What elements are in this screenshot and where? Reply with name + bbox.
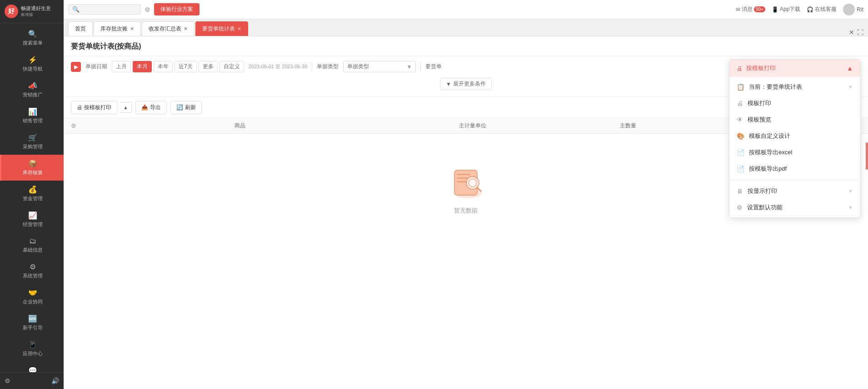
main-content: 🔍 ⚙ 体验行业方案 ✉ 消息 99+ 📱 App下载 🎧 在线客服 Rit — [64, 0, 868, 389]
sound-icon[interactable]: 🔊 — [51, 377, 59, 384]
search-box[interactable]: 🔍 — [68, 4, 141, 15]
avatar — [843, 4, 855, 15]
nav-icon-purchase: 🛒 — [28, 133, 37, 142]
online-service-label: 在线客服 — [815, 5, 837, 13]
date-btn-current-month[interactable]: 本月 — [133, 61, 152, 72]
dropdown-item-export-excel[interactable]: 📄 按模板导出excel — [729, 144, 860, 161]
refresh-label: 刷新 — [185, 104, 196, 111]
logo-icon: 好 — [5, 5, 18, 18]
dropdown-item-template-print[interactable]: 🖨 模板打印 — [729, 95, 860, 111]
tab-collection-close[interactable]: ✕ — [184, 26, 188, 32]
export-pdf-label: 按模板导出pdf — [749, 165, 853, 173]
nav-label-quick: 快捷导航 — [23, 66, 43, 72]
print-label: 按模板打印 — [84, 104, 111, 111]
col-settings-icon[interactable]: ⚙ — [71, 122, 85, 129]
sidebar-item-system[interactable]: ⚙ 系统管理 — [0, 258, 64, 284]
dropdown-print-icon: 🖨 — [737, 65, 743, 72]
nav-label-sales: 销售管理 — [23, 117, 43, 124]
svg-rect-4 — [457, 177, 468, 179]
sidebar-item-inventory[interactable]: 📦 库存核算 — [0, 155, 64, 181]
print-dropdown-button[interactable]: ▲ — [120, 102, 132, 113]
message-label: 消息 — [742, 5, 753, 13]
date-btn-last-month[interactable]: 上月 — [112, 61, 131, 72]
expand-more-label: 展开更多条件 — [453, 80, 486, 88]
tab-collection[interactable]: 收发存汇总表 ✕ — [142, 21, 195, 36]
sidebar-item-corp[interactable]: 🤝 企业协同 — [0, 284, 64, 310]
print-icon: 🖨 — [77, 104, 82, 111]
tab-batch[interactable]: 库存批次账 ✕ — [94, 21, 141, 36]
sidebar-item-quick[interactable]: ⚡ 快捷导航 — [0, 51, 64, 77]
page-header: 要货单统计表(按商品) — [64, 36, 868, 56]
col-unit: 主计量单位 — [395, 122, 550, 130]
current-label: 当前：要货单统计表 — [749, 83, 843, 91]
dropdown-item-template-preview[interactable]: 👁 模板预览 — [729, 111, 860, 128]
sidebar-item-wechat[interactable]: 💬 企业微信 — [0, 362, 64, 372]
template-design-icon: 🎨 — [737, 132, 744, 140]
tab-collection-label: 收发存汇总表 — [149, 25, 181, 33]
order-type-select[interactable]: 单据类型 ▼ — [343, 61, 416, 72]
date-btn-custom[interactable]: 自定义 — [219, 61, 244, 72]
filter-divider-1 — [312, 62, 312, 71]
refresh-button[interactable]: 🔄 刷新 — [170, 101, 202, 114]
tab-home[interactable]: 首页 — [68, 21, 93, 36]
export-pdf-icon: 📄 — [737, 165, 744, 172]
filter-divider-2 — [420, 62, 421, 71]
nav-icon-marketing: 📣 — [28, 81, 37, 90]
expand-more-button[interactable]: ▼ 展开更多条件 — [440, 78, 492, 90]
sidebar-nav: 🔍 搜索菜单 ⚡ 快捷导航 📣 营销推广 📊 销售管理 🛒 采购管理 📦 库存核… — [0, 23, 64, 372]
app-download-button[interactable]: 📱 App下载 — [772, 5, 800, 13]
template-print-icon: 🖨 — [737, 100, 743, 107]
app-download-label: App下载 — [780, 5, 800, 13]
message-button[interactable]: ✉ 消息 99+ — [736, 5, 765, 13]
sidebar-item-purchase[interactable]: 🛒 采购管理 — [0, 129, 64, 155]
tab-bar: 首页 库存批次账 ✕ 收发存汇总表 ✕ 要货单统计表 ✕ ✕ ⛶ — [64, 19, 868, 36]
dropdown-item-template-design[interactable]: 🎨 模板自定义设计 — [729, 128, 860, 144]
tab-order-stat-label: 要货单统计表 — [202, 25, 235, 33]
tab-home-label: 首页 — [75, 25, 86, 33]
search-input[interactable] — [80, 6, 125, 13]
tab-order-stat[interactable]: 要货单统计表 ✕ — [195, 21, 248, 36]
print-template-button[interactable]: 🖨 按模板打印 — [71, 101, 117, 114]
sidebar-item-marketing[interactable]: 📣 营销推广 — [0, 77, 64, 103]
user-area[interactable]: Rit — [843, 4, 863, 15]
sidebar-item-sales[interactable]: 📊 销售管理 — [0, 103, 64, 129]
dropdown-item-default-func[interactable]: ⚙ 设置默认功能 ▼ — [729, 199, 860, 216]
demand-label: 要货单 — [425, 63, 442, 71]
sidebar: 好 畅捷通好生意 标准版 🔍 搜索菜单 ⚡ 快捷导航 📣 营销推广 📊 销售管理… — [0, 0, 64, 389]
trial-button[interactable]: 体验行业方案 — [154, 3, 200, 15]
date-btn-more[interactable]: 更多 — [199, 61, 218, 72]
window-close-icon[interactable]: ✕ — [849, 29, 854, 36]
sidebar-item-appstore[interactable]: 📱 应用中心 — [0, 336, 64, 362]
empty-icon — [443, 161, 489, 202]
scrollbar-indicator[interactable] — [866, 142, 868, 170]
online-service-button[interactable]: 🎧 在线客服 — [807, 5, 837, 13]
dropdown-item-display-print[interactable]: 🖥 按显示打印 ▼ — [729, 183, 860, 199]
nav-label-marketing: 营销推广 — [23, 91, 43, 98]
settings-icon[interactable]: ⚙ — [5, 377, 10, 384]
dropdown-item-current[interactable]: 📋 当前：要货单统计表 ▼ — [729, 79, 860, 95]
nav-icon-sales: 📊 — [28, 107, 37, 116]
topbar-right: ✉ 消息 99+ 📱 App下载 🎧 在线客服 Rit — [736, 4, 863, 15]
sidebar-item-base[interactable]: 🗂 基础信息 — [0, 232, 64, 258]
date-btn-current-year[interactable]: 本年 — [154, 61, 173, 72]
date-btn-7days[interactable]: 近7天 — [175, 61, 197, 72]
default-func-arrow: ▼ — [848, 205, 853, 210]
sidebar-item-finance[interactable]: 💰 资金管理 — [0, 181, 64, 207]
current-arrow-icon: ▼ — [848, 84, 853, 90]
current-doc-icon: 📋 — [737, 83, 744, 91]
message-icon: ✉ — [736, 6, 740, 13]
window-maximize-icon[interactable]: ⛶ — [857, 29, 863, 36]
sidebar-item-guide[interactable]: 🆕 新手引导 — [0, 310, 64, 336]
filter-expand-button[interactable]: ▶ — [71, 62, 81, 72]
tab-order-stat-close[interactable]: ✕ — [237, 26, 241, 32]
sidebar-item-search[interactable]: 🔍 搜索菜单 — [0, 25, 64, 51]
gear-icon[interactable]: ⚙ — [145, 6, 150, 13]
export-button[interactable]: 📤 导出 — [135, 101, 167, 114]
nav-icon-wechat: 💬 — [28, 366, 37, 372]
nav-label-search: 搜索菜单 — [23, 40, 43, 46]
dropdown-close-icon[interactable]: ▲ — [847, 65, 853, 72]
dropdown-item-export-pdf[interactable]: 📄 按模板导出pdf — [729, 161, 860, 177]
tab-batch-close[interactable]: ✕ — [130, 26, 134, 32]
default-func-label: 设置默认功能 — [747, 203, 843, 212]
sidebar-item-operation[interactable]: 📈 经营管理 — [0, 207, 64, 232]
